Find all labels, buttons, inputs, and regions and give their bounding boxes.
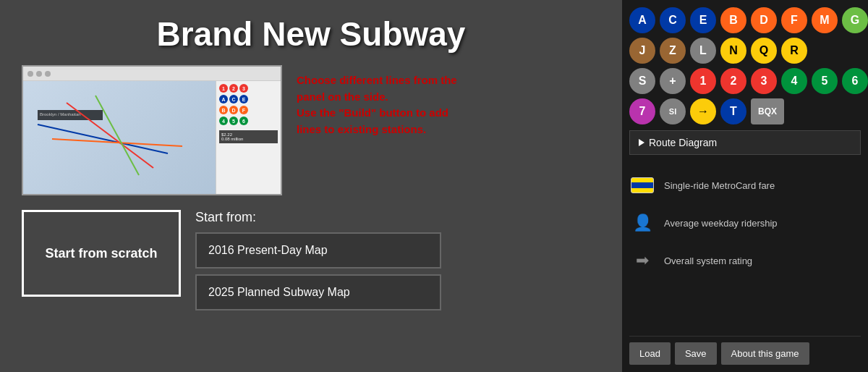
- ridership-stat-icon: 👤: [629, 210, 655, 236]
- line-row-3: S + 1 2 3 4 5 6: [629, 68, 861, 94]
- rating-stat-row: ➡ Overall system rating: [629, 245, 861, 276]
- line-B[interactable]: B: [720, 7, 746, 33]
- about-button[interactable]: About this game: [721, 342, 809, 365]
- line-J[interactable]: J: [629, 38, 655, 64]
- line-6[interactable]: 6: [842, 68, 868, 94]
- route-diagram-bar[interactable]: Route Diagram: [629, 130, 861, 155]
- line-BQX[interactable]: BQX: [751, 98, 784, 124]
- metrocard-icon: [631, 177, 654, 193]
- line-L[interactable]: L: [690, 38, 716, 64]
- line-G[interactable]: G: [842, 7, 868, 33]
- metrocard-stat-icon: [629, 172, 655, 198]
- load-button[interactable]: Load: [629, 342, 671, 365]
- planned-map-button[interactable]: 2025 Planned Subway Map: [195, 274, 441, 310]
- line-S[interactable]: S: [629, 68, 655, 94]
- line-5[interactable]: 5: [812, 68, 838, 94]
- line-SI[interactable]: SI: [660, 98, 686, 124]
- right-panel: A C E B D F M G J Z L N Q R S + 1 2 3 4 …: [622, 0, 868, 372]
- line-M[interactable]: M: [812, 7, 838, 33]
- svg-line-1: [67, 103, 153, 168]
- screenshot-toolbar: [23, 67, 281, 81]
- stats-section: Single-ride MetroCard fare 👤 Average wee…: [629, 162, 861, 336]
- line-7[interactable]: 7: [629, 98, 655, 124]
- save-button[interactable]: Save: [675, 342, 717, 365]
- line-row-2: J Z L N Q R: [629, 38, 861, 64]
- toolbar-dot-3: [45, 71, 51, 77]
- ridership-label: Average weekday ridership: [664, 218, 778, 229]
- left-panel: Brand New Subway Brooklyn / Manhattan: [0, 0, 622, 372]
- start-from-scratch-button[interactable]: Start from scratch: [22, 210, 181, 297]
- map-lines-svg: [23, 81, 216, 194]
- line-T[interactable]: T: [720, 98, 746, 124]
- metrocard-stripe: [631, 182, 653, 188]
- route-triangle-icon: [639, 139, 644, 146]
- line-2[interactable]: 2: [720, 68, 746, 94]
- line-row-1: A C E B D F M G: [629, 7, 861, 33]
- present-day-map-button[interactable]: 2016 Present-Day Map: [195, 232, 441, 269]
- line-Q[interactable]: Q: [751, 38, 777, 64]
- route-diagram-label: Route Diagram: [649, 137, 717, 148]
- ridership-stat-row: 👤 Average weekday ridership: [629, 207, 861, 239]
- line-A[interactable]: A: [629, 7, 655, 33]
- line-arrow[interactable]: →: [690, 98, 716, 124]
- line-N[interactable]: N: [720, 38, 746, 64]
- start-from-label: Start from:: [195, 210, 600, 225]
- line-row-4: 7 SI → T BQX: [629, 98, 861, 124]
- line-Z[interactable]: Z: [660, 38, 686, 64]
- screenshot-body: Brooklyn / Manhattan: [23, 81, 281, 194]
- line-3[interactable]: 3: [751, 68, 777, 94]
- person-icon: 👤: [633, 214, 652, 232]
- line-D[interactable]: D: [751, 7, 777, 33]
- rating-label: Overall system rating: [664, 255, 752, 266]
- toolbar-dot-1: [27, 71, 33, 77]
- rating-arrow-icon: ➡: [636, 251, 649, 270]
- svg-line-3: [95, 96, 139, 175]
- line-R[interactable]: R: [781, 38, 807, 64]
- line-4[interactable]: 4: [781, 68, 807, 94]
- line-E[interactable]: E: [690, 7, 716, 33]
- game-title: Brand New Subway: [22, 14, 600, 54]
- metrocard-label: Single-ride MetroCard fare: [664, 180, 775, 191]
- line-C[interactable]: C: [660, 7, 686, 33]
- preview-area: Brooklyn / Manhattan: [22, 65, 600, 195]
- line-plus[interactable]: +: [660, 68, 686, 94]
- instructions-text: Choose different lines from the panel on…: [297, 65, 600, 138]
- screenshot-map: Brooklyn / Manhattan: [23, 81, 216, 194]
- subway-lines-grid: A C E B D F M G J Z L N Q R S + 1 2 3 4 …: [629, 7, 861, 124]
- line-F[interactable]: F: [781, 7, 807, 33]
- bottom-section: Start from scratch Start from: 2016 Pres…: [22, 210, 600, 316]
- rating-stat-icon: ➡: [629, 248, 655, 274]
- line-1[interactable]: 1: [690, 68, 716, 94]
- toolbar-dot-2: [36, 71, 42, 77]
- bottom-buttons: Load Save About this game: [629, 336, 861, 365]
- start-from-section: Start from: 2016 Present-Day Map 2025 Pl…: [195, 210, 600, 316]
- game-screenshot: Brooklyn / Manhattan: [22, 65, 282, 195]
- screenshot-sidebar: 1 2 3 A C E B D: [216, 81, 281, 194]
- metrocard-stat-row: Single-ride MetroCard fare: [629, 169, 861, 201]
